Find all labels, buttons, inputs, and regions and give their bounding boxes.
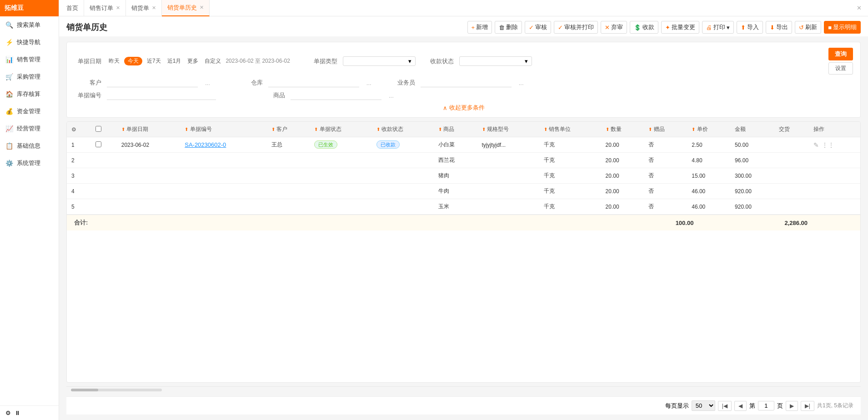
audit-print-button[interactable]: ✓ 审核并打印 (554, 21, 598, 34)
batch-change-button[interactable]: ✦ 批量变更 (661, 21, 699, 34)
row-num: 2 (67, 153, 91, 168)
row-checkbox[interactable] (91, 153, 117, 168)
close-icon[interactable]: ✕ (116, 5, 120, 11)
delete-button[interactable]: 🗑 删除 (495, 21, 522, 34)
row-num: 3 (67, 168, 91, 184)
col-doc-status[interactable]: ⬆ 单据状态 (310, 122, 371, 137)
close-all-tabs[interactable]: ✕ (852, 5, 866, 11)
import-button[interactable]: ⬆ 导入 (737, 21, 763, 34)
next-page-btn[interactable]: ▶ (786, 401, 798, 411)
salesperson-input[interactable] (421, 78, 512, 87)
chevron-down-icon: ▾ (408, 58, 411, 65)
scroll-thumb[interactable] (71, 389, 98, 391)
close-icon[interactable]: ✕ (152, 5, 156, 11)
tab-sale-slip[interactable]: 销货单 ✕ (126, 0, 162, 16)
first-page-btn[interactable]: |◀ (718, 401, 732, 411)
current-page-input[interactable] (758, 401, 774, 410)
doc-no-input[interactable] (107, 91, 216, 100)
row-unit: 千克 (539, 168, 601, 184)
more-icon[interactable]: ⋮⋮ (822, 141, 834, 149)
select-all-checkbox[interactable] (95, 126, 101, 132)
salesperson-ellipsis[interactable]: ... (517, 80, 526, 86)
sidebar-item-sys-mgmt[interactable]: ⚙️ 系统管理 (0, 155, 59, 172)
shortcut-yesterday[interactable]: 昨天 (107, 57, 121, 65)
prev-page-btn[interactable]: ◀ (734, 401, 747, 411)
settings-button[interactable]: 设置 (828, 62, 853, 75)
sidebar: 拓维豆 🔍 搜索菜单 ⚡ 快捷导航 📊 销售管理 🛒 采购管理 🏠 库存核算 💰… (0, 0, 59, 420)
warehouse-label: 仓库 (236, 79, 263, 87)
receive-button[interactable]: 💲 收款 (630, 21, 658, 34)
row-unit-price: 4.80 (687, 153, 730, 168)
total-label: 合计: (74, 219, 88, 227)
tab-sales-order[interactable]: 销售订单 ✕ (84, 0, 126, 16)
row-checkbox[interactable] (91, 168, 117, 184)
filter-row-date: 单据日期 昨天 今天 近7天 近1月 更多 自定义 2023-06-02 至 2… (74, 48, 853, 75)
col-spec[interactable]: ⬆ 规格型号 (477, 122, 539, 137)
col-gift[interactable]: ⬆ 赠品 (644, 122, 687, 137)
tab-label: 首页 (66, 4, 78, 12)
col-settings[interactable]: ⚙ (67, 122, 91, 137)
customer-input[interactable] (107, 78, 198, 87)
shortcut-7days[interactable]: 近7天 (145, 57, 163, 65)
tab-sale-history[interactable]: 销货单历史 ✕ (162, 0, 210, 16)
edit-icon[interactable]: ✎ (813, 141, 819, 149)
import-icon: ⬆ (741, 24, 746, 31)
sidebar-item-search-menu[interactable]: 🔍 搜索菜单 (0, 16, 59, 34)
collapse-button[interactable]: ∧ 收起更多条件 (74, 104, 853, 112)
abandon-button[interactable]: ✕ 弃审 (601, 21, 627, 34)
col-payment-status[interactable]: ⬆ 收款状态 (372, 122, 434, 137)
row-checkbox[interactable] (91, 137, 117, 153)
col-customer[interactable]: ⬆ 客户 (267, 122, 310, 137)
doc-type-select[interactable]: ▾ (343, 56, 416, 66)
audit-button[interactable]: ✓ 审核 (525, 21, 551, 34)
row-unit: 千克 (539, 153, 601, 168)
shortcut-more[interactable]: 更多 (186, 57, 200, 65)
sort-icon: ⬆ (648, 127, 652, 132)
gear-icon[interactable]: ⚙ (5, 410, 11, 416)
row-checkbox[interactable] (91, 184, 117, 199)
export-button[interactable]: ⬇ 导出 (766, 21, 792, 34)
col-goods[interactable]: ⬆ 商品 (434, 122, 477, 137)
goods-input[interactable] (291, 91, 381, 100)
warehouse-input[interactable] (268, 78, 359, 87)
col-qty[interactable]: ⬆ 数量 (601, 122, 644, 137)
payment-status-select[interactable]: ▾ (459, 56, 532, 66)
col-unit-price[interactable]: ⬆ 单价 (687, 122, 730, 137)
print-button[interactable]: 🖨 打印 ▾ (702, 21, 734, 34)
last-page-btn[interactable]: ▶| (801, 401, 814, 411)
shortcut-1month[interactable]: 近1月 (166, 57, 183, 65)
table-footer: 合计: 100.00 2,286.00 (67, 215, 860, 230)
shortcut-custom[interactable]: 自定义 (203, 57, 223, 65)
sidebar-item-basic-info[interactable]: 📋 基础信息 (0, 137, 59, 155)
page-size-select[interactable]: 50 100 200 (692, 400, 715, 411)
col-checkbox[interactable] (91, 122, 117, 137)
sidebar-item-inventory-calc[interactable]: 🏠 库存核算 (0, 85, 59, 103)
query-button[interactable]: 查询 (828, 48, 853, 60)
row-select[interactable] (95, 141, 101, 147)
show-detail-button[interactable]: ■ 显示明细 (824, 21, 861, 34)
col-doc-no[interactable]: ⬆ 单据编号 (180, 122, 266, 137)
col-doc-date[interactable]: ⬆ 单据日期 (117, 122, 181, 137)
sidebar-item-sales-mgmt[interactable]: 📊 销售管理 (0, 51, 59, 68)
col-amount[interactable]: 金额 (730, 122, 774, 137)
horizontal-scrollbar[interactable] (66, 386, 861, 393)
new-button[interactable]: + 新增 (467, 21, 492, 34)
close-icon[interactable]: ✕ (200, 5, 204, 10)
col-trade[interactable]: 交货 (774, 122, 808, 137)
col-unit[interactable]: ⬆ 销售单位 (539, 122, 601, 137)
sidebar-item-purchase-mgmt[interactable]: 🛒 采购管理 (0, 68, 59, 85)
sidebar-item-finance-mgmt[interactable]: 💰 资金管理 (0, 103, 59, 120)
warehouse-ellipsis[interactable]: ... (365, 80, 373, 86)
sidebar-item-ops-mgmt[interactable]: 📈 经营管理 (0, 120, 59, 137)
doc-no-link[interactable]: SA-20230602-0 (185, 141, 226, 148)
goods-ellipsis[interactable]: ... (387, 92, 396, 99)
pause-icon[interactable]: ⏸ (15, 410, 20, 416)
tab-home[interactable]: 首页 (61, 0, 84, 16)
refresh-button[interactable]: ↺ 刷新 (795, 21, 821, 34)
customer-ellipsis[interactable]: ... (203, 80, 212, 86)
sidebar-item-quick-nav[interactable]: ⚡ 快捷导航 (0, 34, 59, 51)
filter-row-docno: 单据编号 商品 ... (74, 91, 853, 100)
row-checkbox[interactable] (91, 199, 117, 215)
scroll-track[interactable] (71, 389, 162, 391)
shortcut-today[interactable]: 今天 (124, 57, 142, 65)
